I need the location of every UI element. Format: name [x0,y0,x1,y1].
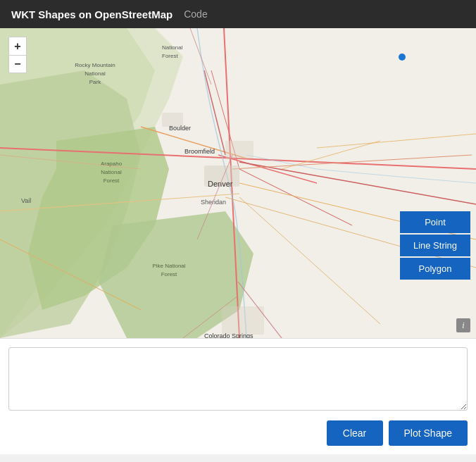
app-header: WKT Shapes on OpenStreetMap Code [0,0,476,28]
svg-text:Park: Park [89,79,101,85]
zoom-out-button[interactable]: − [8,55,27,73]
bottom-panel: Clear Plot Shape [0,338,476,454]
polygon-button[interactable]: Polygon [400,258,470,280]
svg-text:Broomfield: Broomfield [184,148,215,155]
point-button[interactable]: Point [400,211,470,233]
wkt-input[interactable] [8,347,468,411]
clear-button[interactable]: Clear [327,420,383,446]
svg-text:National: National [162,44,183,51]
svg-text:Colorado Springs: Colorado Springs [204,332,253,338]
svg-text:Rocky Mountain: Rocky Mountain [75,62,115,68]
code-link[interactable]: Code [184,8,207,20]
map-container[interactable]: Denver Sheridan Boulder Broomfield Color… [0,28,476,338]
location-marker [399,54,406,61]
svg-text:Pike National: Pike National [152,263,185,269]
plot-shape-button[interactable]: Plot Shape [389,420,468,446]
linestring-button[interactable]: Line String [400,235,470,256]
svg-text:Forest: Forest [104,177,120,184]
zoom-controls: + − [8,37,27,73]
svg-text:Boulder: Boulder [169,125,191,132]
zoom-in-button[interactable]: + [8,37,27,55]
svg-text:National: National [101,169,122,175]
svg-rect-21 [222,306,264,335]
svg-text:Sheridan: Sheridan [201,199,226,206]
map-background: Denver Sheridan Boulder Broomfield Color… [0,28,476,338]
app-title: WKT Shapes on OpenStreetMap [11,8,173,20]
svg-text:Forest: Forest [162,53,178,59]
svg-rect-19 [225,141,253,158]
info-icon[interactable]: i [456,318,470,332]
action-buttons: Clear Plot Shape [8,420,468,446]
svg-text:Forest: Forest [161,271,177,277]
svg-text:National: National [84,70,106,77]
shape-type-buttons: Point Line String Polygon [400,211,470,280]
svg-text:Vail: Vail [21,197,31,204]
